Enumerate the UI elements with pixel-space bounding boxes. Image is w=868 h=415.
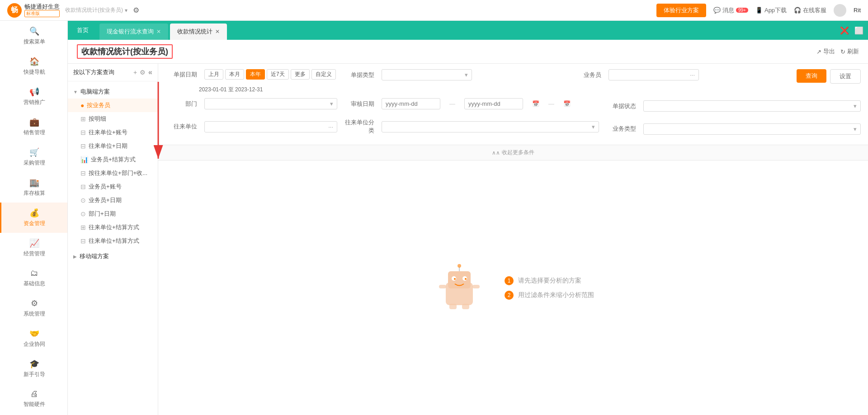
setting-btn[interactable]: 设置 — [830, 69, 861, 84]
filter-section: 单据日期 上月 本月 本年 近7天 更多 自定义 — [158, 64, 868, 145]
right-panel: 单据日期 上月 本月 本年 近7天 更多 自定义 — [158, 64, 868, 415]
tab-close-all-btn[interactable]: ❌ — [839, 25, 850, 36]
sidebar-item-marketing-label: 营销推广 — [24, 99, 45, 106]
sidebar-item-newbie[interactable]: 🎓 新手引导 — [0, 354, 67, 384]
sidebar-item-inventory[interactable]: 🏬 库存核算 — [0, 172, 67, 203]
salesman-settle-icon: 📊 — [80, 156, 88, 163]
scheme-settings-btn[interactable]: ⚙ — [140, 69, 146, 76]
salesman-filter-label: 业务员 — [570, 71, 601, 79]
collapse-bar[interactable]: ∧∧ 收起更多条件 — [158, 145, 868, 160]
btn-last-7-days[interactable]: 近7天 — [267, 69, 289, 80]
filter-row-biz-type: 业务类型 ▾ — [604, 123, 861, 135]
export-btn[interactable]: ↗ 导出 — [816, 47, 835, 56]
salesman-date-label: 业务员+日期 — [89, 196, 122, 204]
tab-cashflow[interactable]: 现金银行流水查询 ✕ — [99, 24, 168, 40]
detail-icon: ⊞ — [80, 115, 86, 123]
svg-rect-10 — [449, 304, 457, 309]
salesman-settle-label: 业务员+结算方式 — [91, 156, 136, 164]
date-sep: — — [449, 100, 455, 107]
doctype-select[interactable]: ▾ — [382, 69, 472, 80]
sidebar-item-basic[interactable]: 🗂 基础信息 — [0, 263, 67, 293]
quicknav-icon: 🏠 — [29, 57, 39, 66]
filter-actions: 查询 设置 — [797, 69, 861, 84]
sidebar-item-quicknav-label: 快捷导航 — [24, 68, 45, 76]
tab-cashflow-close[interactable]: ✕ — [156, 28, 161, 35]
tree-item-salesman-acct[interactable]: ⊟ 业务员+账号 — [68, 180, 158, 193]
date-label: 单据日期 — [165, 71, 197, 79]
logo-badge: 标准版 — [24, 10, 60, 17]
add-scheme-btn[interactable]: + — [133, 69, 137, 76]
messages-btn[interactable]: 💬 消息 99+ — [713, 6, 748, 14]
tree-item-partner-dept[interactable]: ⊟ 按往来单位+部门+收... — [68, 166, 158, 180]
tree-item-detail[interactable]: ⊞ 按明细 — [68, 112, 158, 126]
dept-date-icon: ⊙ — [80, 210, 86, 217]
trial-btn[interactable]: 体验行业方案 — [656, 4, 706, 17]
tree-item-salesman-date[interactable]: ⊙ 业务员+日期 — [68, 193, 158, 207]
sidebar-item-finance[interactable]: 💰 资金管理 — [0, 203, 67, 233]
review-date-to[interactable] — [464, 98, 523, 109]
salesman-dots[interactable]: ··· — [690, 71, 695, 78]
dept-date-label: 部门+日期 — [89, 210, 116, 218]
sidebar-item-marketing[interactable]: 📢 营销推广 — [0, 81, 67, 112]
tree-item-salesman-settle[interactable]: 📊 业务员+结算方式 — [68, 153, 158, 166]
btn-last-month[interactable]: 上月 — [204, 69, 223, 80]
tree-item-partner-settle2[interactable]: ⊟ 往来单位+结算方式 — [68, 234, 158, 248]
tree-item-dept-date[interactable]: ⊙ 部门+日期 — [68, 207, 158, 221]
btn-more[interactable]: 更多 — [291, 69, 310, 80]
breadcrumb-chevron[interactable]: ▾ — [125, 7, 127, 14]
biz-type-select[interactable]: ▾ — [643, 123, 861, 135]
sidebar-item-search[interactable]: 🔍 搜索菜单 — [0, 21, 67, 51]
sidebar-item-system[interactable]: ⚙ 系统管理 — [0, 293, 67, 323]
tree-group-mobile-header[interactable]: ▶ 移动端方案 — [68, 250, 158, 263]
partner-dept-label: 按往来单位+部门+收... — [89, 169, 147, 177]
cal-icon1[interactable]: 📅 — [532, 100, 539, 107]
tab-maximize-btn[interactable]: ⬜ — [854, 25, 864, 36]
partner-date-icon: ⊟ — [80, 142, 86, 150]
query-btn[interactable]: 查询 — [797, 69, 826, 83]
btn-this-year[interactable]: 本年 — [246, 69, 265, 80]
review-date-from[interactable] — [382, 98, 440, 109]
tab-cashflow-label: 现金银行流水查询 — [107, 28, 154, 36]
download-icon: 📱 — [755, 7, 763, 14]
docstatus-select[interactable]: ▾ — [643, 100, 861, 112]
tree-item-partner-date[interactable]: ⊟ 往来单位+日期 — [68, 139, 158, 153]
sidebar-item-enterprise[interactable]: 🤝 企业协同 — [0, 323, 67, 354]
gear-icon[interactable]: ⚙ — [133, 6, 139, 14]
tab-home[interactable]: 首页 — [68, 21, 98, 40]
page-header: 收款情况统计(按业务员) ↗ 导出 ↻ 刷新 — [68, 40, 868, 64]
step-num-1: 1 — [505, 276, 514, 285]
tab-receipts-close[interactable]: ✕ — [215, 28, 220, 35]
tree-group-desktop-header[interactable]: ▼ 电脑端方案 — [68, 85, 158, 99]
export-label: 导出 — [823, 47, 835, 56]
tab-receipts[interactable]: 收款情况统计 ✕ — [170, 24, 227, 40]
cal-icon2[interactable]: 📅 — [563, 100, 571, 107]
btn-custom[interactable]: 自定义 — [311, 69, 336, 80]
partner-cat-select[interactable]: ▾ — [382, 121, 599, 132]
salesman-select[interactable]: ··· — [609, 69, 699, 80]
tree-group-mobile-label: 移动端方案 — [80, 252, 109, 260]
sidebar-item-sales[interactable]: 💼 销售管理 — [0, 112, 67, 142]
user-name[interactable]: Rit — [854, 7, 861, 14]
app-download-btn[interactable]: 📱 App下载 — [755, 6, 787, 14]
docstatus-chevron: ▾ — [854, 103, 857, 109]
tree-item-partner-settle1[interactable]: ⊞ 往来单位+结算方式 — [68, 221, 158, 234]
tree-group-desktop: ▼ 电脑端方案 ● 按业务员 ⊞ 按明细 ⊟ 往 — [68, 85, 158, 248]
sidebar-item-operations[interactable]: 📈 经营管理 — [0, 233, 67, 263]
sidebar-item-quicknav[interactable]: 🏠 快捷导航 — [0, 51, 67, 81]
sidebar-item-hardware[interactable]: 🖨 智能硬件 — [0, 384, 67, 414]
online-support-btn[interactable]: 🎧 在线客服 — [794, 6, 826, 14]
collapse-panel-btn[interactable]: « — [148, 68, 152, 76]
partner-dots[interactable]: ··· — [328, 123, 333, 130]
sidebar-item-enterprise-label: 企业协同 — [24, 340, 45, 348]
refresh-btn[interactable]: ↻ 刷新 — [840, 47, 859, 56]
tree-item-salesman[interactable]: ● 按业务员 — [68, 99, 158, 112]
enterprise-icon: 🤝 — [29, 329, 39, 339]
user-avatar[interactable] — [834, 4, 846, 17]
partner-select[interactable]: ··· — [204, 121, 337, 132]
tabs-right: ❌ ⬜ — [839, 21, 868, 40]
tree-item-partner-account[interactable]: ⊟ 往来单位+账号 — [68, 126, 158, 139]
app-download-label: App下载 — [764, 6, 787, 14]
dept-select[interactable]: ▾ — [204, 98, 337, 109]
btn-this-month[interactable]: 本月 — [225, 69, 244, 80]
sidebar-item-purchase[interactable]: 🛒 采购管理 — [0, 142, 67, 172]
